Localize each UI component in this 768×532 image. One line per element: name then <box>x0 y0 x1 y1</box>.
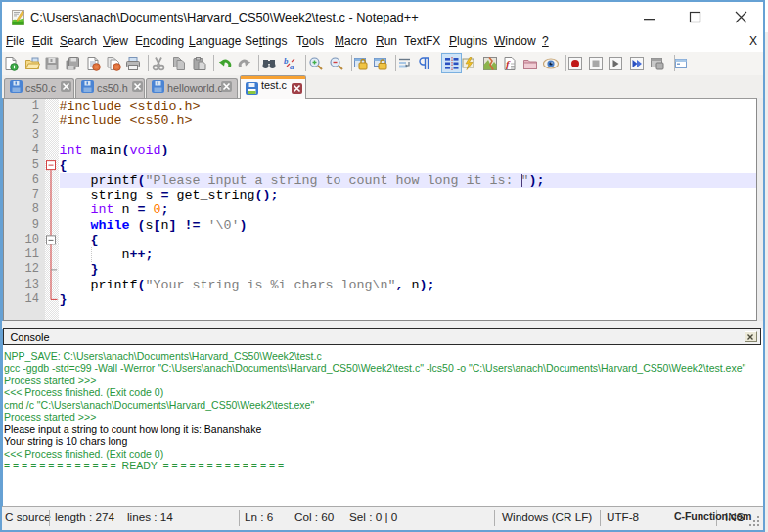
svg-text:b: b <box>284 56 289 66</box>
svg-text:a: a <box>290 62 294 71</box>
